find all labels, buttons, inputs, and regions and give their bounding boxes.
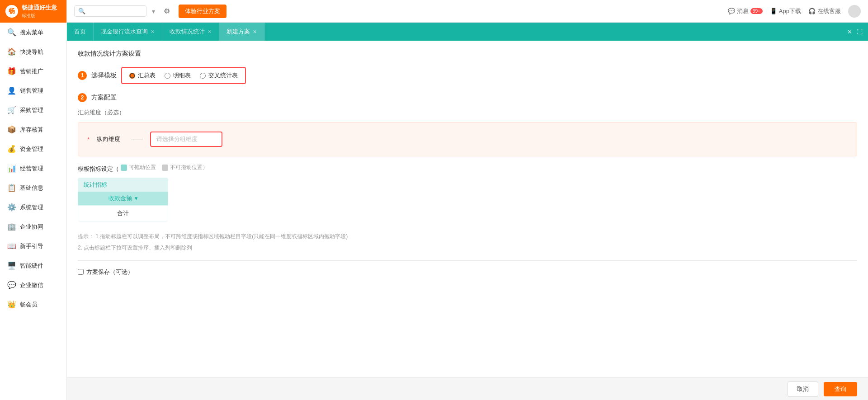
template-radio-group: 汇总表 明细表 交叉统计表: [121, 67, 246, 84]
section1-num: 1: [78, 71, 87, 80]
metrics-label-text: 模板指标设定（ 可拖动位置 不可拖动位置）: [78, 164, 208, 173]
radio-cross-input[interactable]: [200, 73, 206, 79]
sidebar-item-system[interactable]: ⚙️ 系统管理: [0, 198, 66, 217]
radio-detail[interactable]: 明细表: [165, 71, 191, 80]
sidebar-item-inventory[interactable]: 📦 库存核算: [0, 120, 66, 139]
sidebar-item-purchase[interactable]: 🛒 采购管理: [0, 100, 66, 120]
section1-header: 1 选择模板 汇总表 明细表 交叉统计表: [78, 67, 857, 84]
tab-new-plan-close[interactable]: ✕: [253, 29, 257, 35]
tab-cash-bank-close[interactable]: ✕: [151, 29, 155, 35]
tab-cash-bank[interactable]: 现金银行流水查询 ✕: [94, 23, 162, 41]
support-button[interactable]: 🎧 在线客服: [808, 7, 841, 15]
sidebar-item-enterprise-coop[interactable]: 🏢 企业协同: [0, 217, 66, 236]
save-checkbox[interactable]: [78, 269, 84, 275]
sidebar-logo: 畅 畅捷通好生意 标准版: [0, 0, 66, 23]
tab-cash-bank-label: 现金银行流水查询: [101, 28, 148, 36]
section2-num: 2: [78, 93, 87, 102]
sidebar-item-operations[interactable]: 📊 经营管理: [0, 159, 66, 178]
non-draggable-dot: [162, 165, 168, 171]
vip-icon: 👑: [7, 300, 16, 309]
arrow-icon: ——: [131, 136, 143, 143]
sidebar-item-finance[interactable]: 💰 资金管理: [0, 139, 66, 159]
dimension-section-label: 汇总维度（必选）: [78, 108, 857, 117]
search-menu-icon: 🔍: [7, 28, 16, 37]
sidebar-item-label: 智能硬件: [20, 262, 43, 270]
enterprise-wechat-icon: 💬: [7, 281, 16, 289]
tab-close-all-icon[interactable]: ✕: [847, 28, 852, 35]
non-draggable-label: 不可拖动位置）: [170, 164, 208, 171]
tip-1: 提示： 1.拖动标题栏可以调整布局，不可跨维度或指标区域拖动栏目字段(只能在同一…: [78, 232, 857, 242]
logo-icon: 畅: [5, 5, 18, 18]
quick-nav-icon: 🏠: [7, 47, 16, 56]
tab-collection-stats-label: 收款情况统计: [170, 28, 205, 36]
metrics-section: 模板指标设定（ 可拖动位置 不可拖动位置）: [78, 164, 857, 223]
tab-collection-stats[interactable]: 收款情况统计 ✕: [162, 23, 219, 41]
sidebar-item-search-menu[interactable]: 🔍 搜索菜单: [0, 23, 66, 42]
tab-new-plan[interactable]: 新建方案 ✕: [219, 23, 264, 41]
search-box[interactable]: 🔍: [74, 5, 146, 17]
tabs-actions: ✕ ⛶: [842, 23, 868, 41]
sidebar-item-label: 系统管理: [20, 203, 43, 212]
search-input[interactable]: [88, 8, 142, 14]
section2-header: 2 方案配置: [78, 93, 857, 102]
marketing-icon: 🎁: [7, 67, 16, 75]
sidebar-item-enterprise-wechat[interactable]: 💬 企业微信: [0, 275, 66, 295]
radio-cross[interactable]: 交叉统计表: [200, 71, 238, 80]
radio-summary[interactable]: 汇总表: [129, 71, 156, 80]
sales-icon: 👤: [7, 86, 16, 95]
bottom-bar: 取消 查询: [67, 377, 868, 400]
sidebar-item-label: 快捷导航: [20, 48, 43, 56]
sidebar-item-marketing[interactable]: 🎁 营销推广: [0, 61, 66, 81]
sidebar: 畅 畅捷通好生意 标准版 🔍 搜索菜单 🏠 快捷导航 🎁 营销推广 👤 销售管理…: [0, 0, 67, 400]
message-label: 消息: [737, 7, 749, 15]
message-button[interactable]: 💬 消息 99+: [728, 7, 763, 15]
logo-badge: 标准版: [22, 13, 57, 19]
dimension-select[interactable]: 请选择分组维度: [150, 132, 222, 147]
enterprise-coop-icon: 🏢: [7, 222, 16, 231]
section2-title: 方案配置: [91, 94, 117, 102]
app-download-button[interactable]: 📱 App下载: [770, 7, 801, 15]
tips-section: 提示： 1.拖动标题栏可以调整布局，不可跨维度或指标区域拖动栏目字段(只能在同一…: [78, 232, 857, 253]
guide-icon: 📖: [7, 242, 16, 250]
support-label: 在线客服: [817, 7, 841, 15]
tab-home[interactable]: 首页: [67, 23, 94, 41]
sidebar-item-label: 库存核算: [20, 126, 43, 134]
metrics-col-header-row: 收款金额 ▾: [78, 192, 168, 205]
settings-icon[interactable]: ⚙: [160, 5, 173, 18]
tab-expand-icon[interactable]: ⛶: [857, 28, 863, 35]
dimension-row: * 纵向维度 —— 请选择分组维度: [87, 132, 848, 147]
tab-collection-stats-close[interactable]: ✕: [208, 29, 212, 35]
section-template: 1 选择模板 汇总表 明细表 交叉统计表: [78, 67, 857, 84]
sidebar-item-sales[interactable]: 👤 销售管理: [0, 81, 66, 100]
smart-hardware-icon: 🖥️: [7, 261, 16, 270]
sidebar-item-label: 经营管理: [20, 165, 43, 173]
dimension-area: * 纵向维度 —— 请选择分组维度: [78, 122, 857, 156]
radio-detail-input[interactable]: [165, 73, 170, 79]
radio-cross-label: 交叉统计表: [208, 71, 238, 80]
industry-solution-button[interactable]: 体验行业方案: [179, 5, 226, 18]
metrics-table-header: 统计指标: [78, 178, 168, 192]
support-icon: 🎧: [808, 8, 816, 14]
sidebar-item-quick-nav[interactable]: 🏠 快捷导航: [0, 42, 66, 61]
cancel-button[interactable]: 取消: [788, 381, 818, 397]
radio-summary-input[interactable]: [129, 73, 135, 79]
sidebar-item-label: 企业协同: [20, 223, 43, 231]
sidebar-item-guide[interactable]: 📖 新手引导: [0, 236, 66, 256]
radio-summary-label: 汇总表: [138, 71, 156, 80]
topbar: 🔍 ▾ ⚙ 体验行业方案 💬 消息 99+ 📱 App下载 🎧 在线客服: [67, 0, 868, 23]
page-content: 收款情况统计方案设置 1 选择模板 汇总表 明细表: [67, 41, 868, 377]
sidebar-item-basic-info[interactable]: 📋 基础信息: [0, 178, 66, 198]
tab-new-plan-label: 新建方案: [226, 28, 250, 36]
sidebar-item-smart-hardware[interactable]: 🖥️ 智能硬件: [0, 256, 66, 275]
finance-icon: 💰: [7, 145, 16, 153]
query-button[interactable]: 查询: [824, 382, 857, 396]
topbar-dropdown-icon[interactable]: ▾: [152, 8, 155, 15]
sidebar-item-vip[interactable]: 👑 畅会员: [0, 295, 66, 314]
save-option: 方案保存（可选）: [78, 260, 857, 276]
col-dropdown-icon[interactable]: ▾: [135, 195, 138, 202]
operations-icon: 📊: [7, 164, 16, 173]
user-avatar[interactable]: [848, 5, 861, 18]
radio-detail-label: 明细表: [173, 71, 191, 80]
sidebar-item-label: 营销推广: [20, 67, 43, 75]
metrics-label-row: 模板指标设定（ 可拖动位置 不可拖动位置）: [78, 164, 857, 173]
